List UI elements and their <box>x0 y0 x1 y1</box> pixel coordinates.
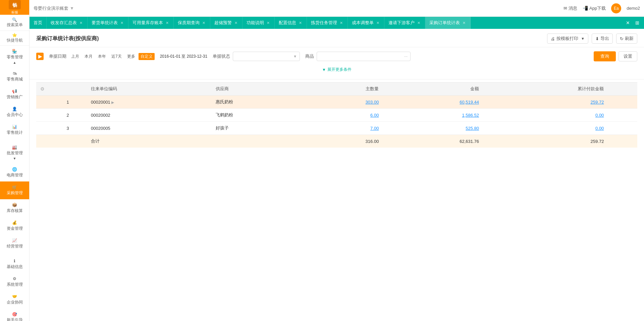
message-button[interactable]: ✉ 消息 <box>564 5 577 11</box>
sidebar-item-retail-shop[interactable]: 🛍 零售商城 <box>0 68 29 86</box>
tab-stock-ledger[interactable]: 可用量库存账本 ✕ <box>128 17 174 29</box>
quantity-link[interactable]: 7.00 <box>370 126 379 131</box>
tab-close-all-button[interactable]: ✕ <box>624 19 632 27</box>
sidebar-item-operations[interactable]: 📈 经营管理 <box>0 235 29 253</box>
sidebar-item-system[interactable]: ⚙ 系统管理 <box>0 273 29 291</box>
paid-amount-link[interactable]: 0.00 <box>595 113 604 118</box>
shop-icon: 🛍 <box>13 71 17 76</box>
sidebar-item-label: 会员中心 <box>7 112 23 118</box>
tab-close-icon[interactable]: ✕ <box>339 20 343 25</box>
settings-button[interactable]: 设置 <box>619 51 637 61</box>
tab-home[interactable]: 首页 <box>30 17 47 29</box>
expand-label: 展开更多条件 <box>327 67 352 72</box>
row-expand-icon[interactable]: ▶ <box>111 100 114 104</box>
table-row[interactable]: 1 00020001 ▶ 惠氏奶粉 303.00 60,519.44 <box>36 96 637 109</box>
footer-spacer-cell <box>608 135 637 148</box>
tab-cost-adjust[interactable]: 成本调整单 ✕ <box>348 17 384 29</box>
app-download-button[interactable]: 📲 App下载 <box>583 5 606 11</box>
query-button[interactable]: 查询 <box>594 51 616 61</box>
tab-order-summary[interactable]: 要货单统计表 ✕ <box>88 17 128 29</box>
tab-close-icon[interactable]: ✕ <box>165 20 169 25</box>
shortcut-this-month[interactable]: 本月 <box>83 53 95 60</box>
expand-more-button[interactable]: ▼ 展开更多条件 <box>36 64 637 75</box>
amount-link[interactable]: 1,586.52 <box>462 113 479 118</box>
paid-amount-link[interactable]: 259.72 <box>591 100 604 105</box>
tab-close-icon[interactable]: ✕ <box>376 20 380 25</box>
guide-icon: 🎯 <box>12 312 17 317</box>
tab-close-icon[interactable]: ✕ <box>417 20 421 25</box>
sidebar-quick-nav[interactable]: ⭐ 快捷导航 <box>0 31 29 46</box>
sidebar-item-basic-info[interactable]: ℹ 基础信息 <box>0 255 29 273</box>
svg-text:畅: 畅 <box>12 2 17 8</box>
export-button[interactable]: ⬇ 导出 <box>592 34 613 44</box>
paid-amount-link[interactable]: 0.00 <box>595 126 604 131</box>
inventory-icon: 📦 <box>12 203 17 207</box>
status-label: 单据状态 <box>213 53 230 59</box>
sidebar-item-inventory[interactable]: 📦 库存核算 <box>0 199 29 217</box>
footer-quantity-cell: 316.00 <box>305 135 383 148</box>
custom-date-tag[interactable]: 自定义 <box>139 53 155 60</box>
shortcut-more[interactable]: 更多 <box>125 53 137 60</box>
column-settings-icon[interactable]: ⚙ <box>40 86 45 92</box>
download-label: App下载 <box>589 5 606 11</box>
shortcut-last-month[interactable]: 上月 <box>69 53 81 60</box>
dropdown-icon[interactable]: ▼ <box>70 6 74 11</box>
sidebar-item-retail[interactable]: 🏪 零售管理 ▲ <box>0 46 29 68</box>
refresh-button[interactable]: ↻ 刷新 <box>616 34 637 44</box>
sidebar-item-enterprise[interactable]: 🤝 企业协同 <box>0 291 29 309</box>
tab-picking-task[interactable]: 拣货任务管理 ✕ <box>307 17 348 29</box>
sidebar-search[interactable]: 🔍 搜索菜单 <box>0 15 29 31</box>
tab-close-icon[interactable]: ✕ <box>298 20 303 25</box>
operations-icon: 📈 <box>12 238 17 243</box>
sidebar-item-finance[interactable]: 💰 资金管理 <box>0 217 29 235</box>
tab-label: 成本调整单 <box>352 20 374 26</box>
shortcut-last-7-days[interactable]: 近7天 <box>109 53 124 60</box>
user-avatar[interactable]: Ea <box>611 3 621 13</box>
tab-close-icon[interactable]: ✕ <box>462 20 466 25</box>
tab-close-icon[interactable]: ✕ <box>79 20 83 25</box>
tab-purchase-summary[interactable]: 采购订单统计表 ✕ <box>425 17 471 29</box>
tab-function-desc[interactable]: 功能说明 ✕ <box>243 17 275 29</box>
td-supplier-name: 好孩子 <box>212 122 305 135</box>
sidebar-item-label: 库存核算 <box>7 208 23 214</box>
td-quantity: 6.00 <box>305 109 383 122</box>
main-content: 母婴行业演示账套 ▼ ✉ 消息 📲 App下载 Ea demo2 首页 收发存汇… <box>30 0 644 321</box>
table-row[interactable]: 3 00020005 好孩子 7.00 525.80 0.00 <box>36 122 637 135</box>
quantity-link[interactable]: 303.00 <box>366 100 379 105</box>
amount-link[interactable]: 60,519.44 <box>460 100 479 105</box>
tab-menu-button[interactable]: ⊞ <box>633 19 641 27</box>
tab-overstock[interactable]: 超储预警 ✕ <box>210 17 243 29</box>
shortcut-this-year[interactable]: 本年 <box>96 53 108 60</box>
table-row[interactable]: 2 00020002 飞鹤奶粉 6.00 1,586.52 0.00 <box>36 109 637 122</box>
amount-link[interactable]: 525.80 <box>466 126 479 131</box>
tab-close-icon[interactable]: ✕ <box>266 20 270 25</box>
status-select[interactable]: ▼ <box>233 52 300 61</box>
sidebar-item-new-guide[interactable]: 🎯 新手引导 <box>0 309 29 321</box>
sidebar-item-retail-stats[interactable]: 📊 零售统计 <box>0 121 29 139</box>
tab-warranty[interactable]: 保质期查询 ✕ <box>174 17 210 29</box>
tab-receive-summary[interactable]: 收发存汇总表 ✕ <box>47 17 88 29</box>
chevron-down-icon: ▼ <box>13 157 16 160</box>
print-icon: 🖨 <box>551 36 555 41</box>
print-button[interactable]: 🖨 按模板打印 ▼ <box>547 34 588 44</box>
page-header: 采购订单统计表(按供应商) 🖨 按模板打印 ▼ ⬇ 导出 ↻ 刷新 <box>30 29 644 47</box>
footer-index-cell <box>49 135 87 148</box>
sidebar-item-purchase[interactable]: 🛒 采购管理 <box>0 181 29 199</box>
quantity-link[interactable]: 6.00 <box>370 113 379 118</box>
page-content: 采购订单统计表(按供应商) 🖨 按模板打印 ▼ ⬇ 导出 ↻ 刷新 <box>30 29 644 321</box>
filter-toggle-button[interactable]: ▶ <box>36 53 44 60</box>
tab-close-icon[interactable]: ✕ <box>234 20 238 25</box>
sidebar-item-wholesale[interactable]: 🏭 批发管理 ▼ <box>0 142 29 164</box>
tab-config-info[interactable]: 配置信息 ✕ <box>275 17 307 29</box>
tab-close-icon[interactable]: ✕ <box>202 20 206 25</box>
tab-close-icon[interactable]: ✕ <box>120 20 124 25</box>
sidebar-item-marketing[interactable]: 📢 营销推广 <box>0 86 29 103</box>
sidebar-item-ecommerce[interactable]: 🌐 电商管理 <box>0 164 29 181</box>
td-supplier-code: 00020002 <box>87 109 212 122</box>
goods-input[interactable]: ··· <box>317 52 411 61</box>
date-label: 单据日期 <box>49 53 66 59</box>
retail-icon: 🏪 <box>12 49 17 54</box>
tab-invite-downstream[interactable]: 邀请下游客户 ✕ <box>384 17 425 29</box>
sidebar-item-member[interactable]: 👤 会员中心 <box>0 103 29 121</box>
tab-label: 拣货任务管理 <box>311 20 337 26</box>
